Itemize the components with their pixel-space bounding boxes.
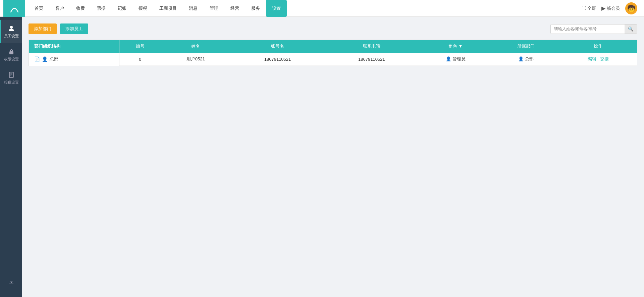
search-icon: 🔍: [628, 27, 634, 32]
fullscreen-btn[interactable]: ⛶ 全屏: [582, 5, 596, 11]
cell-role: 👤管理员: [419, 53, 492, 66]
logo: [3, 0, 25, 17]
employee-table: 编号 姓名 账号名 联系电话 角色 ▼ 所属部门 操作 0 用户0521 186…: [119, 40, 637, 66]
nav-ops[interactable]: 经营: [224, 0, 245, 17]
add-emp-button[interactable]: 添加员工: [60, 23, 88, 34]
sidebar-item-download[interactable]: [5, 274, 17, 292]
tree-header: 部门组织结构: [29, 40, 119, 53]
download-icon: [8, 278, 15, 286]
nav-tax[interactable]: 报税: [132, 0, 153, 17]
nav-items: 首页 客户 收费 票据 记账 报税 工商项目 消息 管理 经营 服务 设置: [25, 0, 582, 17]
cell-id: 0: [119, 53, 161, 66]
nav-fee[interactable]: 收费: [70, 0, 91, 17]
nav-msg[interactable]: 消息: [183, 0, 204, 17]
two-col-layout: 部门组织结构 📄 👤 总部 编号 姓名 账号名 联系电话: [29, 40, 637, 66]
user-icon: 👤: [42, 56, 48, 62]
sidebar-item-tax-settings[interactable]: 报税设置: [0, 66, 22, 90]
tree-item-general[interactable]: 📄 👤 总部: [29, 53, 119, 65]
fullscreen-label: 全屏: [587, 5, 596, 11]
lock-icon: [8, 48, 15, 55]
nav-settings[interactable]: 设置: [266, 0, 287, 17]
nav-right: ⛶ 全屏 ▶ 畅会员 🧒: [582, 2, 641, 14]
cell-phone: 18679110521: [325, 53, 419, 66]
cell-name: 用户0521: [161, 53, 230, 66]
add-dept-button[interactable]: 添加部门: [29, 23, 57, 34]
edit-button[interactable]: 编辑: [588, 56, 596, 62]
nav-customer[interactable]: 客户: [49, 0, 70, 17]
col-account: 账号名: [230, 40, 324, 53]
sidebar-item-employee-label: 员工设置: [4, 34, 19, 39]
vip-label: 畅会员: [607, 5, 620, 11]
sidebar-item-tax-settings-label: 报税设置: [4, 80, 19, 85]
nav-home[interactable]: 首页: [29, 0, 49, 17]
cell-account: 18679110521: [230, 53, 324, 66]
nav-account[interactable]: 记账: [112, 0, 132, 17]
svg-point-0: [10, 26, 13, 29]
transfer-button[interactable]: 交接: [600, 56, 609, 62]
search-button[interactable]: 🔍: [625, 24, 637, 34]
main-layout: 员工设置 权限设置 报税设置: [0, 17, 644, 297]
sidebar-item-permission[interactable]: 权限设置: [0, 43, 22, 66]
avatar[interactable]: 🧒: [625, 2, 637, 14]
sidebar-item-employee[interactable]: 员工设置: [0, 20, 22, 43]
content: 添加部门 添加员工 🔍 部门组织结构 📄 👤 总部: [22, 17, 644, 297]
top-nav: 首页 客户 收费 票据 记账 报税 工商项目 消息 管理 经营 服务 设置 ⛶ …: [0, 0, 644, 17]
vip-btn[interactable]: ▶ 畅会员: [601, 5, 620, 11]
sidebar-item-permission-label: 权限设置: [4, 57, 19, 62]
search-bar: 🔍: [550, 24, 637, 34]
nav-service[interactable]: 服务: [245, 0, 266, 17]
nav-ticket[interactable]: 票据: [91, 0, 112, 17]
fullscreen-icon: ⛶: [582, 6, 586, 11]
toolbar: 添加部门 添加员工 🔍: [29, 23, 637, 34]
col-id: 编号: [119, 40, 161, 53]
tree-panel: 部门组织结构 📄 👤 总部: [29, 40, 119, 66]
col-ops: 操作: [559, 40, 637, 53]
col-role[interactable]: 角色 ▼: [419, 40, 492, 53]
nav-manage[interactable]: 管理: [204, 0, 224, 17]
sidebar: 员工设置 权限设置 报税设置: [0, 17, 22, 297]
svg-rect-1: [9, 51, 13, 54]
report-icon: [8, 71, 15, 79]
doc-icon: 📄: [34, 56, 40, 62]
cell-dept: 👤总部: [492, 53, 559, 66]
cell-ops: 编辑 交接: [559, 53, 637, 66]
sidebar-bottom: [5, 274, 17, 297]
table-row: 0 用户0521 18679110521 18679110521 👤管理员 👤总…: [119, 53, 637, 66]
vip-icon: ▶: [601, 5, 605, 11]
nav-biz[interactable]: 工商项目: [153, 0, 183, 17]
tree-item-label: 总部: [50, 56, 58, 62]
table-panel: 编号 姓名 账号名 联系电话 角色 ▼ 所属部门 操作 0 用户0521 186…: [119, 40, 637, 66]
search-input[interactable]: [551, 24, 625, 33]
col-phone: 联系电话: [325, 40, 419, 53]
col-dept: 所属部门: [492, 40, 559, 53]
col-name: 姓名: [161, 40, 230, 53]
person-icon: [8, 25, 15, 32]
